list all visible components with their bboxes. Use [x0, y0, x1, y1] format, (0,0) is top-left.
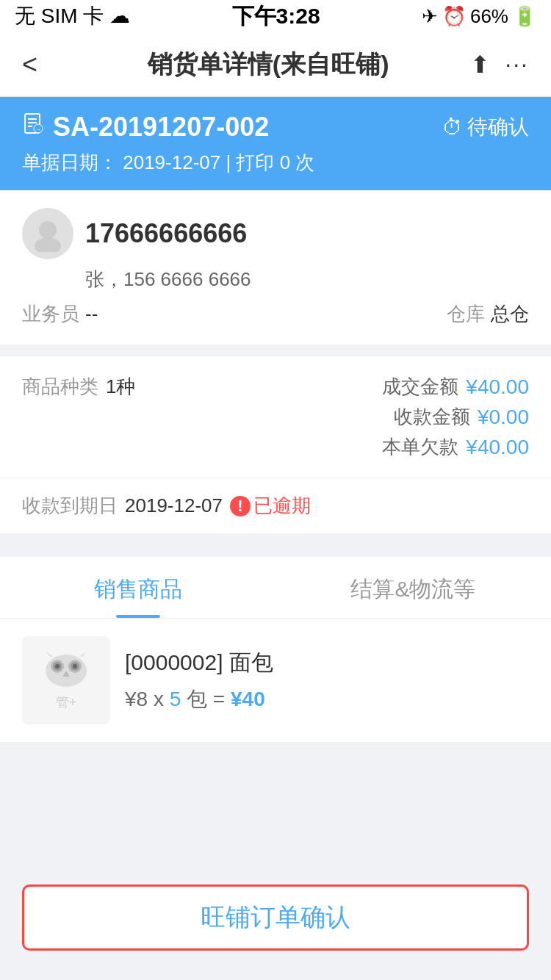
warehouse-value: 总仓: [491, 301, 529, 327]
tab-settlement-logistics[interactable]: 结算&物流等: [276, 557, 551, 618]
order-print-unit: 次: [295, 151, 314, 173]
product-type-label: 商品种类: [22, 374, 98, 400]
svg-point-13: [55, 664, 60, 669]
order-date-value: 2019-12-07: [123, 151, 220, 173]
due-date-value: 2019-12-07: [125, 494, 223, 517]
confirm-order-button[interactable]: 旺铺订单确认: [22, 884, 529, 951]
price-multiply: x: [154, 688, 170, 710]
nav-actions: ⬆ ···: [470, 51, 529, 79]
tab-settlement-logistics-label: 结算&物流等: [350, 577, 475, 601]
confirm-order-label: 旺铺订单确认: [201, 901, 350, 934]
tabs-row: 销售商品 结算&物流等: [0, 557, 551, 618]
svg-point-6: [39, 221, 57, 239]
clock-icon: ⏱: [442, 115, 463, 140]
status-right: ✈ ⏰ 66% 🔋: [422, 5, 536, 28]
customer-meta: 业务员 -- 仓库 总仓: [22, 301, 529, 327]
sim-status: 无 SIM 卡 ☁: [15, 2, 130, 30]
product-code: [0000002]: [125, 650, 223, 674]
amount-value: ¥40.00: [466, 375, 529, 399]
product-item: 管+ [0000002] 面包 ¥8 x 5 包 = ¥40: [0, 619, 551, 743]
product-section: 管+ [0000002] 面包 ¥8 x 5 包 = ¥40: [0, 619, 551, 743]
customer-name: 张，156 6666 6666: [85, 267, 529, 292]
price-equals: =: [213, 688, 231, 710]
back-button[interactable]: <: [22, 49, 66, 80]
tab-sales-products[interactable]: 销售商品: [0, 557, 276, 618]
order-doc-icon: →: [22, 112, 46, 143]
tab-sales-products-label: 销售商品: [94, 577, 182, 601]
overdue-icon: !: [230, 496, 251, 516]
order-status-text: 待确认: [467, 113, 529, 141]
svg-marker-16: [46, 652, 54, 657]
order-header: → SA-20191207-002 ⏱ 待确认 单据日期： 2019-12-07…: [0, 97, 551, 190]
svg-point-7: [35, 237, 61, 252]
due-section: 收款到期日 2019-12-07 ! 已逾期: [0, 478, 551, 533]
battery-icon: 🔋: [513, 5, 536, 28]
sales-label: 业务员: [22, 301, 79, 327]
owed-label: 本单欠款: [382, 434, 458, 460]
order-id-text: SA-20191207-002: [53, 112, 269, 143]
page-title: 销货单详情(来自旺铺): [148, 48, 389, 82]
customer-section: 17666666666 张，156 6666 6666 业务员 -- 仓库 总仓: [0, 190, 551, 345]
product-qty-unit: 包: [187, 688, 207, 710]
owed-value: ¥40.00: [466, 436, 529, 459]
product-image: 管+: [22, 636, 110, 724]
amount-label: 成交金额: [382, 374, 458, 400]
status-bar: 无 SIM 卡 ☁ 下午3:28 ✈ ⏰ 66% 🔋: [0, 0, 551, 32]
received-label: 收款金额: [394, 404, 470, 430]
tabs-section: 销售商品 结算&物流等: [0, 557, 551, 619]
status-time: 下午3:28: [232, 1, 320, 32]
sales-value: --: [85, 303, 98, 325]
order-date-row: 单据日期： 2019-12-07 | 打印 0 次: [22, 150, 529, 176]
divider-2: [0, 533, 551, 545]
amounts: 成交金额 ¥40.00 收款金额 ¥0.00 本单欠款 ¥40.00: [382, 374, 529, 460]
customer-phone: 17666666666: [85, 218, 247, 249]
order-print-count: 0: [280, 151, 290, 173]
customer-avatar: [22, 208, 73, 259]
product-qty: 5: [170, 688, 181, 710]
brand-plus: 管+: [56, 693, 77, 711]
nav-bar: < 销货单详情(来自旺铺) ⬆ ···: [0, 32, 551, 97]
more-icon[interactable]: ···: [505, 51, 529, 78]
overdue-text: 已逾期: [253, 493, 311, 519]
warehouse-label: 仓库: [447, 301, 485, 327]
battery-level: 66%: [470, 5, 508, 28]
order-print-label: | 打印: [226, 151, 274, 173]
received-value: ¥0.00: [478, 406, 529, 429]
location-icon: ✈: [422, 5, 438, 28]
product-type-value: 1种: [106, 374, 135, 400]
product-name: [0000002] 面包: [125, 648, 529, 678]
product-info: [0000002] 面包 ¥8 x 5 包 = ¥40: [125, 648, 529, 713]
product-type: 商品种类 1种: [22, 374, 135, 400]
product-price-row: ¥8 x 5 包 = ¥40: [125, 685, 529, 713]
product-name-text: 面包: [229, 650, 273, 674]
svg-marker-17: [79, 652, 86, 657]
confirm-btn-container: 旺铺订单确认: [22, 884, 529, 951]
status-left: 无 SIM 卡 ☁: [15, 2, 130, 30]
share-icon[interactable]: ⬆: [470, 51, 490, 79]
due-date-label: 收款到期日: [22, 493, 118, 519]
order-id: → SA-20191207-002: [22, 112, 269, 143]
summary-section: 商品种类 1种 成交金额 ¥40.00 收款金额 ¥0.00 本单欠款 ¥40.…: [0, 356, 551, 478]
svg-text:→: →: [35, 126, 41, 133]
svg-point-14: [73, 664, 77, 669]
product-price: ¥8: [125, 688, 148, 710]
order-date-label: 单据日期：: [22, 151, 118, 173]
overdue-badge: ! 已逾期: [230, 493, 311, 519]
bottom-spacer: [0, 743, 551, 890]
divider-1: [0, 345, 551, 356]
product-total: ¥40: [231, 688, 265, 710]
alarm-icon: ⏰: [442, 5, 466, 28]
order-status: ⏱ 待确认: [442, 113, 529, 141]
